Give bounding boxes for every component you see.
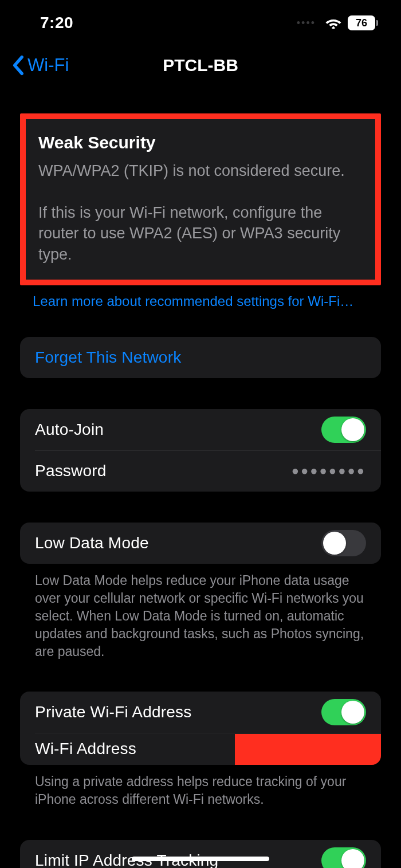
redacted-value bbox=[235, 734, 381, 765]
chevron-left-icon bbox=[11, 55, 24, 76]
private-address-label: Private Wi-Fi Address bbox=[35, 703, 191, 721]
private-address-footer: Using a private address helps reduce tra… bbox=[20, 765, 381, 808]
password-value: ●●●●●●●● bbox=[292, 464, 366, 478]
battery-level: 76 bbox=[348, 15, 375, 30]
back-label: Wi-Fi bbox=[27, 55, 69, 76]
wifi-address-label: Wi-Fi Address bbox=[35, 740, 136, 758]
low-data-group: Low Data Mode bbox=[20, 523, 381, 564]
battery-tip-icon bbox=[376, 20, 378, 26]
low-data-toggle[interactable] bbox=[321, 530, 366, 556]
back-button[interactable]: Wi-Fi bbox=[11, 55, 69, 76]
auto-join-toggle[interactable] bbox=[321, 417, 366, 443]
home-indicator[interactable] bbox=[132, 857, 269, 861]
cellular-dots-icon: •••• bbox=[297, 17, 316, 29]
limit-ip-row[interactable]: Limit IP Address Tracking bbox=[20, 840, 381, 868]
auto-join-label: Auto-Join bbox=[35, 421, 104, 439]
low-data-row[interactable]: Low Data Mode bbox=[20, 523, 381, 564]
auto-join-row[interactable]: Auto-Join bbox=[20, 409, 381, 450]
private-address-group: Private Wi-Fi Address Wi-Fi Address bbox=[20, 692, 381, 765]
warning-body: WPA/WPA2 (TKIP) is not considered secure… bbox=[38, 160, 363, 265]
weak-security-warning: Weak Security WPA/WPA2 (TKIP) is not con… bbox=[20, 113, 381, 285]
wifi-address-row[interactable]: Wi-Fi Address bbox=[20, 733, 381, 765]
low-data-label: Low Data Mode bbox=[35, 534, 149, 552]
forget-label: Forget This Network bbox=[35, 348, 181, 367]
password-label: Password bbox=[35, 462, 107, 480]
join-group: Auto-Join Password ●●●●●●●● bbox=[20, 409, 381, 492]
warning-title: Weak Security bbox=[38, 133, 363, 152]
private-address-row[interactable]: Private Wi-Fi Address bbox=[20, 692, 381, 733]
battery-indicator: 76 bbox=[348, 15, 378, 30]
status-bar: 7:20 •••• 76 bbox=[0, 0, 401, 40]
private-address-toggle[interactable] bbox=[321, 699, 366, 725]
limit-ip-group: Limit IP Address Tracking bbox=[20, 840, 381, 868]
status-right: •••• 76 bbox=[297, 15, 378, 30]
wifi-icon bbox=[325, 17, 342, 29]
status-time: 7:20 bbox=[40, 14, 73, 32]
forget-network-button[interactable]: Forget This Network bbox=[20, 337, 381, 378]
password-row[interactable]: Password ●●●●●●●● bbox=[20, 450, 381, 492]
nav-bar: Wi-Fi PTCL-BB bbox=[0, 48, 401, 83]
forget-group: Forget This Network bbox=[20, 337, 381, 378]
limit-ip-toggle[interactable] bbox=[321, 847, 366, 868]
learn-more-link[interactable]: Learn more about recommended settings fo… bbox=[33, 293, 381, 309]
low-data-footer: Low Data Mode helps reduce your iPhone d… bbox=[20, 564, 381, 661]
